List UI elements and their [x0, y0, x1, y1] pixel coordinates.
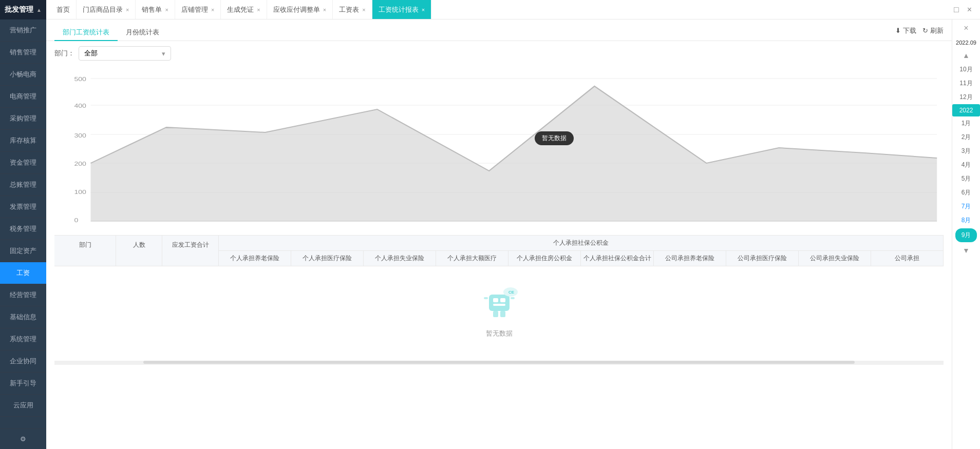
- timeline-up-btn[interactable]: ▲: [963, 48, 970, 63]
- sidebar-item-企业协同[interactable]: 企业协同: [0, 350, 46, 373]
- sidebar-item-采购管理[interactable]: 采购管理: [0, 108, 46, 130]
- timeline-month-12[interactable]: 12月: [952, 90, 980, 104]
- refresh-btn[interactable]: ↻ 刷新: [922, 26, 944, 35]
- tab-close-icon[interactable]: ×: [362, 7, 365, 13]
- tab-店铺管理[interactable]: 店铺管理×: [175, 0, 221, 19]
- timeline-month-7[interactable]: 7月: [952, 200, 980, 213]
- sub-tab-actions: ⬇ 下载 ↻ 刷新: [895, 26, 944, 40]
- tab-生成凭证[interactable]: 生成凭证×: [221, 0, 267, 19]
- tab-close-icon[interactable]: ×: [211, 7, 214, 13]
- chart-section: 500 400 300 200 100 0: [46, 66, 952, 449]
- svg-text:200: 200: [74, 161, 86, 167]
- timeline-year-label: 2022.09: [952, 37, 980, 48]
- timeline-close-btn[interactable]: ×: [964, 19, 968, 37]
- tab-close-icon[interactable]: ×: [126, 7, 129, 13]
- filter-dept-label: 部门：: [54, 49, 74, 58]
- scroll-thumb: [143, 361, 855, 364]
- tab-label: 店铺管理: [181, 5, 208, 14]
- sidebar-header[interactable]: 批发管理 ▲: [0, 0, 46, 19]
- tab-应收应付调整单[interactable]: 应收应付调整单×: [267, 0, 333, 19]
- sub-tab-月份统计表[interactable]: 月份统计表: [118, 25, 167, 41]
- sidebar-item-经营管理[interactable]: 经营管理: [0, 284, 46, 306]
- main-area: 首页门店商品目录×销售单×店铺管理×生成凭证×应收应付调整单×工资表×工资统计报…: [46, 0, 980, 449]
- refresh-label: 刷新: [930, 26, 944, 35]
- svg-marker-12: [91, 86, 937, 221]
- sidebar-item-小畅电商[interactable]: 小畅电商: [0, 64, 46, 86]
- page-panel: 部门工资统计表月份统计表 ⬇ 下载 ↻ 刷新 部门： 全部 ▾: [46, 19, 952, 449]
- timeline-month-8[interactable]: 8月: [952, 213, 980, 227]
- tab-销售单[interactable]: 销售单×: [136, 0, 175, 19]
- timeline-month-10[interactable]: 10月: [952, 63, 980, 76]
- sidebar-title: 批发管理: [5, 5, 33, 14]
- sidebar-item-系统管理[interactable]: 系统管理: [0, 328, 46, 350]
- sub-tab-部门工资统计表[interactable]: 部门工资统计表: [54, 25, 118, 41]
- sidebar-item-总账管理[interactable]: 总账管理: [0, 174, 46, 196]
- sidebar-item-新手引导[interactable]: 新手引导: [0, 373, 46, 395]
- timeline-month-5[interactable]: 5月: [952, 172, 980, 186]
- th-col-0: 个人承担养老保险: [219, 251, 291, 266]
- th-col-1: 个人承担医疗保险: [291, 251, 364, 266]
- dept-select[interactable]: 全部 ▾: [79, 46, 171, 61]
- svg-text:400: 400: [74, 103, 86, 109]
- tab-门店商品目录[interactable]: 门店商品目录×: [77, 0, 136, 19]
- sidebar-item-资金管理[interactable]: 资金管理: [0, 152, 46, 174]
- sidebar-item-销售管理[interactable]: 销售管理: [0, 42, 46, 64]
- timeline-month-9[interactable]: 9月: [955, 228, 977, 242]
- timeline-month-2[interactable]: 2月: [952, 130, 980, 144]
- svg-rect-20: [493, 311, 498, 317]
- timeline-down-btn[interactable]: ▼: [963, 243, 970, 258]
- sidebar-item-发票管理[interactable]: 发票管理: [0, 196, 46, 218]
- refresh-icon: ↻: [922, 27, 928, 34]
- empty-text: 暂无数据: [486, 329, 513, 338]
- tab-label: 首页: [56, 5, 70, 14]
- sidebar-settings[interactable]: ⚙: [0, 428, 46, 449]
- svg-rect-16: [500, 298, 505, 302]
- chevron-down-icon: ▾: [162, 50, 165, 57]
- table-header: 部门 人数 应发工资合计 个人承担社保公积金: [54, 235, 944, 266]
- empty-icon: CE: [479, 287, 520, 323]
- timeline-month-6[interactable]: 6月: [952, 186, 980, 200]
- sidebar-item-工资[interactable]: 工资: [0, 262, 46, 284]
- timeline-month-4[interactable]: 4月: [952, 158, 980, 172]
- download-label: 下载: [903, 26, 916, 35]
- svg-rect-19: [511, 297, 515, 299]
- svg-rect-18: [484, 297, 488, 299]
- tab-label: 销售单: [142, 5, 162, 14]
- scroll-track[interactable]: [54, 361, 944, 365]
- timeline-panel: × 2022.09 ▲ 10月 11月 12月 2022 1月 2月 3月 4月…: [952, 19, 980, 449]
- area-chart: 500 400 300 200 100 0: [54, 71, 944, 230]
- svg-text:500: 500: [74, 76, 86, 82]
- th-col-2: 个人承担失业保险: [364, 251, 436, 266]
- tab-close-icon[interactable]: ×: [323, 7, 326, 13]
- sidebar-item-固定资产[interactable]: 固定资产: [0, 240, 46, 262]
- timeline-month-11[interactable]: 11月: [952, 76, 980, 90]
- tab-工资统计报表[interactable]: 工资统计报表×: [372, 0, 431, 19]
- timeline-year-2022[interactable]: 2022: [952, 104, 980, 116]
- sidebar-item-库存核算[interactable]: 库存核算: [0, 130, 46, 152]
- tab-close-icon[interactable]: ×: [257, 7, 260, 13]
- dept-select-value: 全部: [84, 49, 98, 58]
- sidebar-item-税务管理[interactable]: 税务管理: [0, 218, 46, 240]
- tab-首页[interactable]: 首页: [50, 0, 77, 19]
- th-group-personal: 个人承担社保公积金 个人承担养老保险 个人承担医疗保险 个人承担失业保险 个人承…: [219, 236, 944, 266]
- tab-close-icon[interactable]: ×: [422, 7, 425, 13]
- content-area: 部门工资统计表月份统计表 ⬇ 下载 ↻ 刷新 部门： 全部 ▾: [46, 19, 980, 449]
- th-col-4: 个人承担住房公积金: [508, 251, 581, 266]
- window-restore-btn[interactable]: □: [950, 3, 963, 16]
- timeline-month-1[interactable]: 1月: [952, 116, 980, 130]
- sidebar-item-电商管理[interactable]: 电商管理: [0, 86, 46, 108]
- chart-tooltip-text: 暂无数据: [542, 134, 567, 142]
- svg-rect-21: [500, 311, 505, 317]
- window-close-btn[interactable]: ×: [963, 3, 976, 16]
- sidebar-item-营销推广[interactable]: 营销推广: [0, 19, 46, 42]
- timeline-month-3[interactable]: 3月: [952, 144, 980, 158]
- download-btn[interactable]: ⬇ 下载: [895, 26, 916, 35]
- chart-tooltip: 暂无数据: [535, 131, 574, 145]
- sidebar-item-云应用[interactable]: 云应用: [0, 395, 46, 417]
- th-group-cols: 个人承担养老保险 个人承担医疗保险 个人承担失业保险 个人承担大额医疗 个人承担…: [219, 251, 943, 266]
- th-count: 人数: [116, 236, 162, 266]
- sidebar-item-基础信息[interactable]: 基础信息: [0, 306, 46, 328]
- th-col-6: 公司承担养老保险: [654, 251, 726, 266]
- tab-工资表[interactable]: 工资表×: [333, 0, 372, 19]
- tab-close-icon[interactable]: ×: [165, 7, 168, 13]
